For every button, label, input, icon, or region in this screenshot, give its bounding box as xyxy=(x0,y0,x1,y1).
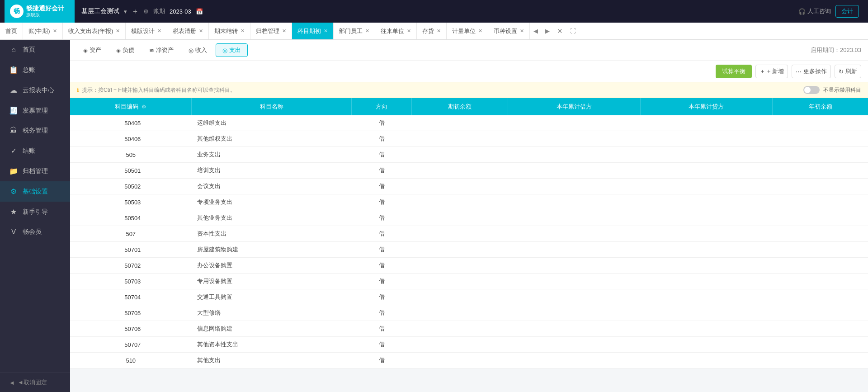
tab-subjects[interactable]: 科目期初 ✕ xyxy=(292,23,334,39)
refresh-button[interactable]: ↻ 刷新 xyxy=(835,65,861,78)
table-row[interactable]: 50702 办公设备购置 借 xyxy=(70,258,868,274)
table-row[interactable]: 50703 专用设备购置 借 xyxy=(70,274,868,289)
table-row[interactable]: 505 业务支出 借 xyxy=(70,147,868,163)
cell-credit xyxy=(640,226,773,242)
tab-maximize-button[interactable]: ⛶ xyxy=(566,23,580,39)
tab-closing[interactable]: 期末结转 ✕ xyxy=(209,23,250,39)
subtab-income[interactable]: ◎ 收入 xyxy=(182,44,213,57)
tab-income[interactable]: 收入支出表(年报) ✕ xyxy=(63,23,126,39)
more-icon: ⋯ xyxy=(796,68,802,75)
col-direction: 方向 xyxy=(352,98,412,115)
tab-ledger[interactable]: 账(中期) ✕ xyxy=(23,23,63,39)
sidebar-item-settings[interactable]: ⚙ 基础设置 xyxy=(0,181,70,202)
col-debit: 本年累计借方 xyxy=(508,98,640,115)
tab-inventory[interactable]: 存货 ✕ xyxy=(417,23,447,39)
cell-code: 505 xyxy=(70,147,192,163)
table-row[interactable]: 510 其他支出 借 xyxy=(70,353,868,368)
cell-opening xyxy=(412,115,508,131)
cell-debit xyxy=(508,274,640,289)
tab-next-button[interactable]: ▶ xyxy=(542,23,553,39)
table-row[interactable]: 50701 房屋建筑物购建 借 xyxy=(70,242,868,258)
table-row[interactable]: 507 资本性支出 借 xyxy=(70,226,868,242)
tab-home[interactable]: 首页 xyxy=(0,23,23,39)
tab-template-close[interactable]: ✕ xyxy=(157,28,161,34)
sidebar-item-guide[interactable]: ★ 新手引导 xyxy=(0,202,70,222)
col-gear-icon[interactable]: ⚙ xyxy=(142,104,146,110)
cell-code: 507 xyxy=(70,226,192,242)
subtab-netassets[interactable]: ≋ 净资产 xyxy=(143,44,180,57)
cell-name: 办公设备购置 xyxy=(192,258,352,274)
tab-closing-close[interactable]: ✕ xyxy=(241,28,245,34)
tab-tax-label: 税表清册 xyxy=(173,27,196,35)
tab-contacts[interactable]: 往来单位 ✕ xyxy=(375,23,417,39)
subtab-liabilities[interactable]: ◈ 负债 xyxy=(110,44,141,57)
tab-ledger-close[interactable]: ✕ xyxy=(53,28,57,34)
table-row[interactable]: 50501 培训支出 借 xyxy=(70,163,868,179)
table-row[interactable]: 50707 其他资本性支出 借 xyxy=(70,337,868,353)
table-row[interactable]: 50502 会议支出 借 xyxy=(70,179,868,194)
disabled-toggle[interactable] xyxy=(803,86,820,94)
sidebar-collapse-button[interactable]: ◄ ◄取消固定 xyxy=(0,373,70,392)
content-area: ◈ 资产 ◈ 负债 ≋ 净资产 ◎ 收入 ◎ 支出 启用期间：2023.03 xyxy=(70,40,868,392)
subtab-expenditure[interactable]: ◎ 支出 xyxy=(216,43,248,57)
table-row[interactable]: 50406 其他维权支出 借 xyxy=(70,131,868,147)
balance-button[interactable]: 试算平衡 xyxy=(716,65,752,78)
tab-tax-close[interactable]: ✕ xyxy=(199,28,203,34)
table-row[interactable]: 50503 专项业务支出 借 xyxy=(70,194,868,210)
tab-currency-close[interactable]: ✕ xyxy=(520,28,524,34)
sidebar-item-tax[interactable]: 🏛 税务管理 xyxy=(0,121,70,141)
add-button[interactable]: ＋ + 新增 xyxy=(755,65,788,78)
tab-close-all-button[interactable]: ✕ xyxy=(553,23,566,39)
cell-opening xyxy=(412,353,508,368)
tab-dept-label: 部门员工 xyxy=(339,27,363,35)
tab-template[interactable]: 模版设计 ✕ xyxy=(126,23,167,39)
cell-yearstart xyxy=(773,353,868,368)
account-button[interactable]: 会计 xyxy=(835,5,859,18)
col-yearstart: 年初余额 xyxy=(773,98,868,115)
cell-credit xyxy=(640,305,773,321)
table-row[interactable]: 50405 运维维支出 借 xyxy=(70,115,868,131)
sidebar-item-archive[interactable]: 📁 归档管理 xyxy=(0,161,70,181)
tab-subjects-close[interactable]: ✕ xyxy=(324,28,328,34)
cell-direction: 借 xyxy=(352,305,412,321)
toggle-label: 不显示禁用科目 xyxy=(823,86,861,94)
tab-dept[interactable]: 部门员工 ✕ xyxy=(334,23,375,39)
tab-dept-close[interactable]: ✕ xyxy=(365,28,369,34)
cell-code: 50405 xyxy=(70,115,192,131)
cell-yearstart xyxy=(773,289,868,305)
tab-archive[interactable]: 归档管理 ✕ xyxy=(250,23,292,39)
cell-opening xyxy=(412,226,508,242)
subtab-assets[interactable]: ◈ 资产 xyxy=(77,44,108,57)
tab-contacts-close[interactable]: ✕ xyxy=(407,28,411,34)
tab-income-close[interactable]: ✕ xyxy=(116,28,120,34)
sidebar-item-invoice[interactable]: 🧾 发票管理 xyxy=(0,100,70,121)
cell-direction: 借 xyxy=(352,353,412,368)
table-row[interactable]: 50704 交通工具购置 借 xyxy=(70,289,868,305)
table-row[interactable]: 50706 信息网络购建 借 xyxy=(70,321,868,337)
tab-currency[interactable]: 币种设置 ✕ xyxy=(488,23,530,39)
sidebar-item-closing[interactable]: ✓ 结账 xyxy=(0,141,70,161)
cell-code: 50504 xyxy=(70,210,192,226)
company-dropdown-icon[interactable]: ▾ xyxy=(124,8,127,15)
cell-name: 其他资本性支出 xyxy=(192,337,352,353)
sidebar-item-member[interactable]: V 畅会员 xyxy=(0,222,70,242)
tab-archive-close[interactable]: ✕ xyxy=(282,28,286,34)
tab-units-close[interactable]: ✕ xyxy=(478,28,482,34)
calendar-icon[interactable]: 📅 xyxy=(196,8,203,15)
sidebar-item-ledger[interactable]: 📋 总账 xyxy=(0,60,70,80)
tab-units[interactable]: 计量单位 ✕ xyxy=(447,23,488,39)
tab-tax[interactable]: 税表清册 ✕ xyxy=(167,23,209,39)
more-button[interactable]: ⋯ 更多操作 xyxy=(792,65,831,78)
tab-prev-button[interactable]: ◀ xyxy=(530,23,542,39)
sidebar-item-reports[interactable]: ☁ 云报表中心 xyxy=(0,80,70,100)
cell-debit xyxy=(508,337,640,353)
tab-inventory-close[interactable]: ✕ xyxy=(437,28,441,34)
table-row[interactable]: 50705 大型修缮 借 xyxy=(70,305,868,321)
settings-icon[interactable]: ⚙ xyxy=(143,8,149,15)
cell-direction: 借 xyxy=(352,242,412,258)
sidebar-item-home[interactable]: ⌂ 首页 xyxy=(0,40,70,60)
help-button[interactable]: 🎧 人工咨询 xyxy=(798,7,831,15)
add-company-button[interactable]: ＋ xyxy=(132,7,139,16)
cell-code: 50502 xyxy=(70,179,192,194)
table-row[interactable]: 50504 其他业务支出 借 xyxy=(70,210,868,226)
